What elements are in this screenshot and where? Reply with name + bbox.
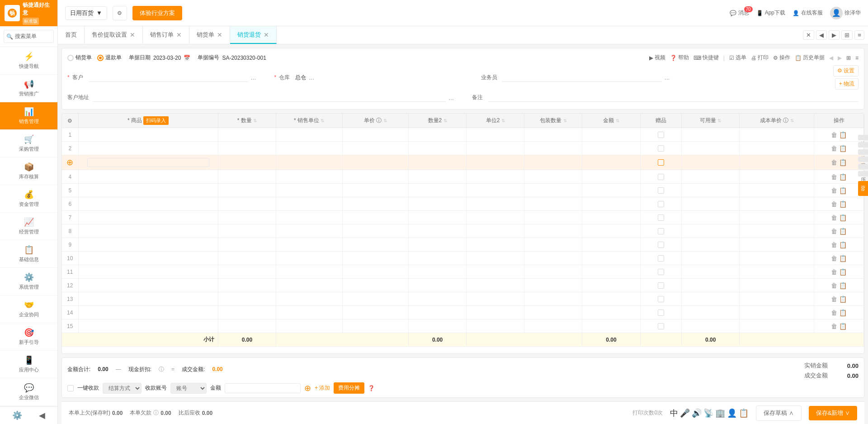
help-action-button[interactable]: ❓ 帮助: [670, 54, 689, 62]
delete-icon[interactable]: 🗑: [831, 268, 837, 276]
copy-icon[interactable]: 📋: [839, 214, 847, 221]
gift-checkbox[interactable]: [658, 296, 664, 302]
sidebar-item-wechat[interactable]: 💬 企业微信: [0, 378, 57, 406]
float-btn-fav[interactable]: 藏: [858, 164, 868, 169]
account-select[interactable]: 账号: [170, 383, 207, 394]
sidebar-item-purchase[interactable]: 🛒 采购管理: [0, 130, 57, 157]
print-button[interactable]: 🖨 打印: [751, 54, 769, 62]
copy-icon[interactable]: 📋: [839, 145, 847, 152]
gift-checkbox[interactable]: [658, 214, 664, 221]
float-btn-chat[interactable]: 聊: [858, 135, 868, 140]
sidebar-item-marketing[interactable]: 📢 营销推广: [0, 75, 57, 102]
copy-icon[interactable]: 📋: [839, 268, 847, 276]
th-unit-price[interactable]: 单价 ⓘ ⇅: [342, 114, 408, 128]
th-cost-price[interactable]: 成本单价 ⓘ ⇅: [740, 114, 814, 128]
tab-sale-delivery[interactable]: 销货单 ✕: [189, 26, 230, 44]
th-pack-qty[interactable]: 包装数量 ⇅: [524, 114, 582, 128]
toolbar-icon7[interactable]: 📋: [739, 408, 749, 418]
salesman-ellipsis[interactable]: ...: [665, 74, 670, 81]
delete-icon[interactable]: 🗑: [831, 159, 837, 166]
tab-sale-order[interactable]: 销售订单 ✕: [143, 26, 189, 44]
delete-icon[interactable]: 🗑: [831, 145, 837, 152]
tab-home[interactable]: 首页: [58, 26, 85, 44]
gift-checkbox[interactable]: [658, 282, 664, 289]
toolbar-icon1[interactable]: 中: [670, 408, 678, 419]
gift-checkbox[interactable]: [658, 159, 664, 166]
tab-close-icon[interactable]: ✕: [217, 32, 222, 38]
copy-icon[interactable]: 📋: [839, 309, 847, 316]
delete-icon[interactable]: 🗑: [831, 228, 837, 235]
expense-split-button[interactable]: 费用分摊: [334, 382, 364, 394]
gift-checkbox[interactable]: [658, 201, 664, 207]
tab-close-icon[interactable]: ✕: [176, 32, 182, 38]
customer-input[interactable]: [89, 73, 248, 82]
th-available[interactable]: 可用量 ⇅: [682, 114, 740, 128]
copy-icon[interactable]: 📋: [839, 159, 847, 166]
delete-icon[interactable]: 🗑: [831, 173, 837, 181]
list-view-button[interactable]: ≡: [855, 55, 859, 61]
gift-checkbox[interactable]: [658, 310, 664, 316]
operations-button[interactable]: ⚙ 操作: [773, 54, 790, 62]
copy-icon[interactable]: 📋: [839, 200, 847, 208]
payment-method-select[interactable]: 结算方式: [103, 383, 142, 394]
sidebar-settings-button[interactable]: ⚙️: [12, 410, 22, 420]
gift-checkbox[interactable]: [658, 132, 664, 138]
tab-next-button[interactable]: ▶: [829, 30, 840, 40]
table-scroll-area[interactable]: ⚙ * 商品 扫码录入 * 数量 ⇅: [62, 114, 864, 353]
scan-enter-button[interactable]: 扫码录入: [143, 116, 169, 125]
tab-sale-settings[interactable]: 售价提取设置 ✕: [85, 26, 143, 44]
product-input-active[interactable]: [87, 158, 209, 167]
online-service-button[interactable]: 👤 在线客服: [793, 9, 823, 17]
float-btn-cal[interactable]: 历: [858, 171, 868, 176]
delete-icon[interactable]: 🗑: [831, 295, 837, 303]
calendar-icon[interactable]: 📅: [184, 55, 190, 61]
tab-close-all-button[interactable]: ✕: [803, 30, 814, 40]
tab-list-button[interactable]: ≡: [854, 30, 864, 40]
th-amount[interactable]: 金额 ⇅: [582, 114, 640, 128]
topbar-category-select[interactable]: 日用百货 ▼: [65, 6, 107, 20]
sidebar-item-appstore[interactable]: 📱 应用中心: [0, 351, 57, 378]
save-new-button[interactable]: 保存&新增 ∨: [809, 406, 857, 420]
tab-sale-return[interactable]: 销货退货 ✕: [230, 26, 277, 44]
sidebar-item-basic[interactable]: 📋 基础信息: [0, 240, 57, 268]
address-input[interactable]: [93, 93, 446, 102]
add-material-button[interactable]: + 物流: [835, 78, 859, 90]
delete-icon[interactable]: 🗑: [831, 323, 837, 330]
copy-icon[interactable]: 📋: [839, 241, 847, 248]
sidebar-item-operations[interactable]: 📈 经营管理: [0, 213, 57, 240]
delete-icon[interactable]: 🗑: [831, 309, 837, 316]
settings-icon[interactable]: ⚙: [67, 118, 72, 124]
topbar-settings-button[interactable]: ⚙: [113, 6, 127, 20]
delete-icon[interactable]: 🗑: [831, 282, 837, 289]
one-click-payment-checkbox[interactable]: [67, 385, 74, 391]
amount-input[interactable]: [225, 383, 301, 393]
warehouse-ellipsis[interactable]: ...: [309, 74, 314, 81]
delete-icon[interactable]: 🗑: [831, 131, 837, 138]
customer-ellipsis[interactable]: ...: [251, 74, 256, 81]
toolbar-icon4[interactable]: 📡: [703, 408, 713, 418]
sidebar-item-enterprise[interactable]: 🤝 企业协同: [0, 295, 57, 323]
copy-icon[interactable]: 📋: [839, 173, 847, 181]
delete-icon[interactable]: 🗑: [831, 200, 837, 208]
tab-grid-button[interactable]: ⊞: [841, 30, 853, 40]
add-button[interactable]: ⊕: [304, 383, 311, 393]
delete-icon[interactable]: 🗑: [831, 187, 837, 194]
trial-button[interactable]: 体验行业方案: [132, 6, 182, 20]
float-btn-todo[interactable]: 待: [858, 149, 868, 155]
float-btn-orange[interactable]: ite: [858, 181, 868, 196]
th-quantity[interactable]: * 数量 ⇅: [218, 114, 276, 128]
tab-close-icon[interactable]: ✕: [264, 32, 269, 38]
tab-prev-button[interactable]: ◀: [816, 30, 827, 40]
sidebar-item-shortcut[interactable]: ⚡ 快捷导航: [0, 47, 57, 75]
sidebar-item-newguide[interactable]: 🎯 新手引导: [0, 323, 57, 351]
gift-checkbox[interactable]: [658, 242, 664, 248]
toolbar-icon5[interactable]: 🏢: [715, 408, 725, 418]
delete-icon[interactable]: 🗑: [831, 214, 837, 221]
shortcut-action-button[interactable]: ⌨ 快捷键: [693, 54, 719, 62]
th-quantity2[interactable]: 数量2 ⇅: [409, 114, 467, 128]
grid-view-button[interactable]: ⊞: [846, 55, 851, 61]
expense-help-icon[interactable]: ❓: [368, 385, 375, 391]
remark-input[interactable]: [488, 93, 859, 102]
copy-icon[interactable]: 📋: [839, 228, 847, 235]
setting-button[interactable]: ⚙ 设置: [833, 65, 859, 76]
